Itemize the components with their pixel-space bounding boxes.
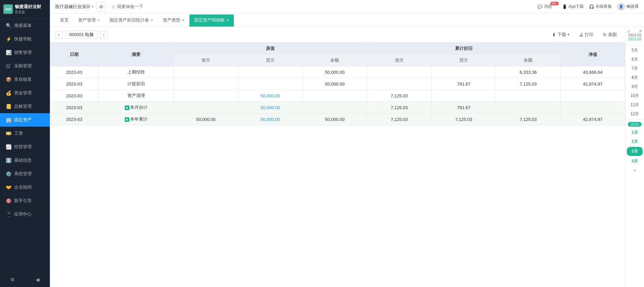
sidebar-item-purchase[interactable]: 🛒 采购管理 [0,59,50,73]
tab-close-asset-type[interactable]: ✕ [182,18,185,23]
sidebar-item-search[interactable]: 🔍 搜索菜单 [0,19,50,32]
trend-icon: 📈 [5,144,11,150]
cell-memo: 资产清理 [98,90,174,102]
message-action[interactable]: 💬 消息 99+ [538,4,557,9]
cart-icon: 🛒 [5,63,11,69]
tab-close-asset-mgmt[interactable]: ✕ [97,18,100,23]
download-icon: ⬇ [552,32,556,37]
company-name: 医疗器械行业演示 [55,4,90,10]
sidebar-item-sales[interactable]: 📊 销售管理 [0,46,50,59]
cell-date: 2023-03 [50,78,98,90]
cell-net-value: 42,874.97 [560,78,625,90]
col-header-net-value: 净值 [560,43,625,66]
header-left: 医疗器械行业演示 ▾ ⚙ ☆ 我要体验一下 [55,2,146,11]
sidebar-item-guide[interactable]: 🎯 新手引导 [0,194,50,208]
timeline-month[interactable]: 2月 [625,137,644,146]
timeline-month[interactable]: 11月 [625,100,644,109]
sidebar-item-cooperation[interactable]: 🤝 企业协同 [0,181,50,194]
lightning-icon: ⚡ [5,36,11,42]
timeline-month[interactable]: 3月 [627,147,643,156]
tab-close-asset-detail[interactable]: ✕ [226,18,229,23]
col-header-debit: 借方 [174,55,238,66]
asset-code-tag: 000001 电脑 [65,31,97,39]
cell-balance [303,102,367,114]
box-icon: 📦 [5,76,11,83]
next-asset-btn[interactable]: › [100,31,108,38]
cell-acc-balance: 6,333.36 [496,66,560,78]
tag-icon: ■ [125,117,129,122]
timeline-month[interactable]: 10月 [625,91,644,100]
sidebar-collapse-btn[interactable]: ◀ [34,275,41,284]
asset-detail-table: 日期 摘要 原值 累计折旧 净值 借方 贷方 余额 借方 贷方 余额 [50,42,625,125]
toolbar-left: ‹ 000001 电脑 › [55,31,108,39]
company-selector[interactable]: 医疗器械行业演示 ▾ [55,4,94,10]
tab-home[interactable]: 首页 [55,14,73,27]
table-row: 2023-03 上期结转 50,000.00 6,333.36 43,666.6… [50,66,625,78]
sidebar-item-operations[interactable]: 📈 经营管理 [0,140,50,154]
app-icon: 📱 [5,211,11,217]
tab-asset-detail[interactable]: 固定资产明细账 ✕ [189,14,234,27]
cell-date: 2023-03 [50,66,98,78]
sidebar-item-fixed-assets[interactable]: 🏢 固定资产 [0,113,50,127]
prev-asset-btn[interactable]: ‹ [55,31,63,38]
sidebar-item-app-center[interactable]: 📱 应用中心 [0,208,50,221]
timeline-month[interactable]: 7月 [625,64,644,73]
download-icon: 📱 [562,4,567,9]
tab-asset-mgmt[interactable]: 资产管理 ✕ [73,14,105,27]
cell-net-value [560,90,625,102]
cell-acc-balance [496,90,560,102]
tag-icon: ■ [125,105,129,110]
timeline-month[interactable]: 5月 [625,46,644,55]
timeline-month[interactable]: 6月 [625,55,644,64]
cell-acc-debit: 7,125.03 [367,114,431,125]
online-service-action[interactable]: 🎧 在线客服 [589,4,612,9]
timeline-close-btn[interactable]: ✕ [639,28,643,34]
sidebar-item-inventory[interactable]: 📦 库存核算 [0,73,50,86]
timeline-months-before: 5月6月7月8月9月10月11月12月 [625,46,644,119]
print-icon: 🖨 [579,32,583,37]
app-download-action[interactable]: 📱 App下载 [562,4,584,9]
cell-date: 2023-03 [50,90,98,102]
timeline-month[interactable]: 4月 [625,157,644,166]
sidebar-settings-btn[interactable]: ⚙ [8,275,17,284]
cell-debit [174,66,238,78]
sidebar-item-finance[interactable]: 💰 资金管理 [0,86,50,100]
timeline-month[interactable]: 12月 [625,109,644,119]
sidebar-nav: 🔍 搜索菜单 ⚡ 快捷导航 📊 销售管理 🛒 采购管理 📦 库存核算 💰 资金管… [0,19,50,272]
sidebar-item-quick-nav[interactable]: ⚡ 快捷导航 [0,32,50,46]
timeline-down-nav[interactable]: ▼ [625,166,644,175]
col-header-memo: 摘要 [98,43,174,66]
timeline-expand-btn[interactable]: ⤢ [627,28,631,34]
cell-memo: 计提折旧 [98,78,174,90]
headset-icon: 🎧 [589,4,594,9]
main-panel: ‹ 000001 电脑 › ⬇ 下载 ▾ 🖨 打印 ↻ [50,27,625,287]
sidebar-item-ledger[interactable]: 📒 总账管理 [0,100,50,113]
timeline-month[interactable]: 8月 [625,73,644,82]
col-group-original: 原值 [174,43,367,55]
main-content: 医疗器械行业演示 ▾ ⚙ ☆ 我要体验一下 💬 消息 99+ 📱 App下载 🎧… [50,0,644,287]
cell-memo: ■本月合计 [98,102,174,114]
timeline-month[interactable]: 1月 [625,128,644,137]
cell-credit: 50,000.00 [238,114,303,125]
tab-depreciation-stats[interactable]: 固定资产折旧统计表 ✕ [105,14,158,27]
logo-text: 畅捷通好业财 普及版 [15,4,41,14]
tab-asset-type[interactable]: 资产类型 ✕ [158,14,189,27]
year-badge: 2023 [628,122,641,127]
cell-acc-balance: 7,125.03 [496,114,560,125]
col-header-acc-balance: 余额 [496,55,560,66]
sidebar-item-payroll[interactable]: 💴 工资 [0,127,50,140]
download-btn[interactable]: ⬇ 下载 ▾ [549,30,572,39]
cell-date: 2023-03 [50,114,98,125]
sidebar-item-system[interactable]: ⚙️ 系统管理 [0,167,50,181]
user-action[interactable]: 👤 畅捷通 [617,3,639,11]
refresh-btn[interactable]: ↻ 刷新 [600,30,620,39]
header-settings-btn[interactable]: ⚙ [96,2,106,11]
star-icon: ☆ [111,4,116,9]
timeline-month[interactable]: 9月 [625,82,644,91]
sidebar-item-basic-info[interactable]: ℹ️ 基础信息 [0,154,50,167]
cell-acc-balance [496,102,560,114]
print-btn[interactable]: 🖨 打印 [576,30,596,39]
try-experience-btn[interactable]: ☆ 我要体验一下 [109,2,146,11]
tab-close-depreciation-stats[interactable]: ✕ [150,18,153,23]
cell-credit [238,66,303,78]
